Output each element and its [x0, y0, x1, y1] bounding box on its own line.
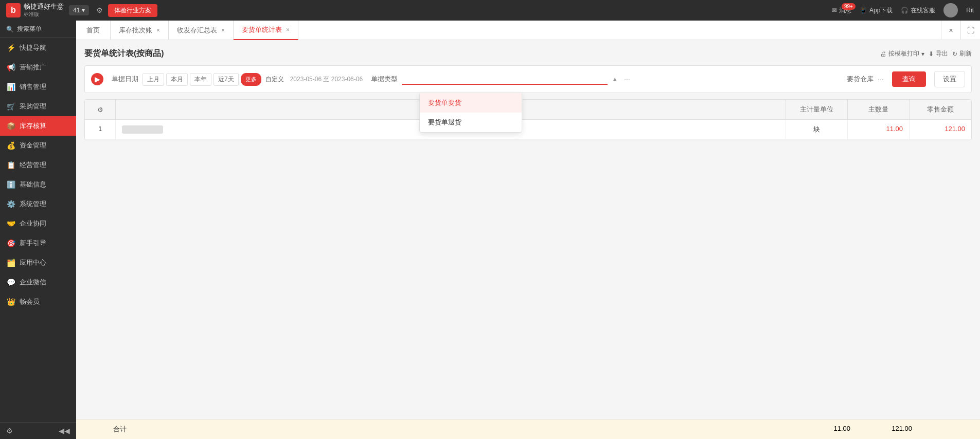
td-quantity: 11.00 — [848, 120, 910, 139]
company-label: 41 — [73, 7, 80, 14]
sidebar-item-label: 企业微信 — [20, 278, 46, 287]
sidebar-item-label: 快捷导航 — [20, 43, 46, 52]
date-filter-buttons: 上月 本月 本年 近7天 更多 — [142, 73, 261, 86]
type-filter-input[interactable] — [402, 74, 608, 85]
app-name-block: 畅捷通好生意 标准版 — [24, 3, 64, 18]
print-icon: 🖨 — [880, 50, 886, 58]
apps-icon: 🗂️ — [6, 258, 15, 267]
warehouse-filter-more-icon[interactable]: ··· — [878, 75, 884, 83]
sidebar-item-purchase[interactable]: 🛒 采购管理 — [0, 97, 76, 116]
sidebar-settings-icon[interactable]: ⚙ — [6, 427, 13, 435]
sidebar-item-basics[interactable]: ℹ️ 基础信息 — [0, 175, 76, 194]
sidebar-item-operations[interactable]: 📋 经营管理 — [0, 155, 76, 175]
last-month-btn[interactable]: 上月 — [142, 73, 164, 86]
type-filter-label: 单据类型 — [371, 75, 398, 84]
operations-icon: 📋 — [6, 160, 15, 170]
sidebar-item-sales[interactable]: 📊 销售管理 — [0, 77, 76, 97]
sidebar: 🔍 搜索菜单 ⚡ 快捷导航 📢 营销推广 📊 销售管理 🛒 采购管理 📦 — [0, 21, 76, 439]
table-empty-space — [84, 140, 972, 295]
tab-home[interactable]: 首页 — [76, 21, 111, 40]
settings-button[interactable]: 设置 — [934, 71, 965, 87]
app-download-button[interactable]: 📱 App下载 — [860, 6, 893, 15]
th-settings[interactable]: ⚙ — [85, 100, 116, 119]
topbar-gear-icon[interactable]: ⚙ — [96, 6, 103, 14]
online-service-button[interactable]: 🎧 在线客服 — [901, 6, 935, 15]
promo-button[interactable]: 体验行业方案 — [108, 4, 157, 17]
tab-close-icon[interactable]: × — [286, 26, 290, 33]
last-7-days-btn[interactable]: 近7天 — [213, 73, 239, 86]
summary-quantity: 11.00 — [795, 419, 857, 439]
tabbar-maximize[interactable]: ⛶ — [960, 21, 980, 40]
refresh-button[interactable]: ↻ 刷新 — [952, 49, 972, 58]
app-logo: b 畅捷通好生意 标准版 — [6, 3, 64, 18]
custom-date-btn[interactable]: 自定义 — [265, 75, 284, 84]
search-icon: 🔍 — [6, 26, 14, 33]
query-button[interactable]: 查询 — [892, 71, 926, 87]
quick-nav-icon: ⚡ — [6, 43, 15, 52]
message-icon: ✉ — [832, 7, 837, 14]
sidebar-item-label: 新手引导 — [20, 239, 46, 248]
sidebar-item-apps[interactable]: 🗂️ 应用中心 — [0, 253, 76, 272]
tab-close-icon[interactable]: × — [221, 27, 225, 34]
cooperation-icon: 🤝 — [6, 219, 15, 228]
sales-icon: 📊 — [6, 82, 15, 92]
sidebar-item-inventory[interactable]: 📦 库存核算 — [0, 116, 76, 136]
sidebar-item-wechat[interactable]: 💬 企业微信 — [0, 272, 76, 292]
guide-icon: 🎯 — [6, 239, 15, 248]
summary-amount: 121.00 — [857, 419, 918, 439]
company-dropdown[interactable]: 41 ▾ — [69, 5, 89, 15]
summary-empty — [76, 419, 107, 439]
sidebar-collapse-icon[interactable]: ◀◀ — [59, 427, 70, 435]
tab-inventory-batch[interactable]: 库存批次账 × — [111, 21, 169, 40]
summary-label: 合计 — [107, 419, 795, 439]
phone-icon: 📱 — [860, 7, 867, 14]
warehouse-filter-label: 要货仓库 — [847, 75, 874, 84]
print-arrow-icon: ▾ — [921, 50, 924, 58]
user-avatar[interactable] — [943, 3, 958, 17]
topbar: b 畅捷通好生意 标准版 41 ▾ ⚙ 体验行业方案 ✉ 消息 99+ 📱 Ap… — [0, 0, 980, 21]
td-no: 1 — [85, 120, 116, 139]
page-title: 要货单统计表(按商品) — [84, 48, 164, 59]
inventory-icon: 📦 — [6, 121, 15, 131]
this-year-btn[interactable]: 本年 — [190, 73, 211, 86]
sidebar-item-label: 营销推广 — [20, 63, 46, 72]
export-icon: ⬇ — [929, 50, 934, 58]
type-filter-more-icon[interactable]: ··· — [624, 75, 630, 83]
tab-receive-summary[interactable]: 收发存汇总表 × — [169, 21, 234, 40]
more-dates-btn[interactable]: 更多 — [241, 73, 261, 86]
messages-badge: 99+ — [842, 3, 856, 10]
print-button[interactable]: 🖨 按模板打印 ▾ — [880, 49, 924, 58]
sidebar-item-quick-nav[interactable]: ⚡ 快捷导航 — [0, 38, 76, 58]
sidebar-item-marketing[interactable]: 📢 营销推广 — [0, 58, 76, 77]
logo-icon: b — [6, 3, 21, 17]
tabbar-actions: × ⛶ — [941, 21, 980, 40]
export-button[interactable]: ⬇ 导出 — [929, 49, 948, 58]
td-amount: 121.00 — [910, 120, 971, 139]
sidebar-item-label: 系统管理 — [20, 199, 46, 209]
finance-icon: 💰 — [6, 141, 15, 150]
sidebar-search-label: 搜索菜单 — [17, 25, 42, 33]
filter-expand-button[interactable]: ▶ — [91, 73, 103, 85]
this-month-btn[interactable]: 本月 — [166, 73, 188, 86]
sidebar-item-guide[interactable]: 🎯 新手引导 — [0, 233, 76, 253]
sidebar-item-system[interactable]: ⚙️ 系统管理 — [0, 194, 76, 214]
basics-icon: ℹ️ — [6, 180, 15, 189]
tab-label: 要货单统计表 — [242, 25, 282, 34]
sidebar-item-member[interactable]: 👑 畅会员 — [0, 292, 76, 312]
tab-order-stats[interactable]: 要货单统计表 × — [234, 21, 298, 40]
sidebar-item-label: 库存核算 — [20, 121, 46, 131]
sidebar-item-cooperation[interactable]: 🤝 企业协同 — [0, 214, 76, 233]
dropdown-item-order-goods[interactable]: 要货单要货 — [420, 93, 522, 113]
dropdown-item-order-return[interactable]: 要货单退货 — [420, 113, 522, 132]
marketing-icon: 📢 — [6, 63, 15, 72]
table-row: 1 块 11.00 121.00 — [85, 120, 971, 140]
tab-close-icon[interactable]: × — [156, 27, 160, 34]
sidebar-search[interactable]: 🔍 搜索菜单 — [0, 21, 76, 38]
sidebar-item-finance[interactable]: 💰 资金管理 — [0, 136, 76, 155]
refresh-icon: ↻ — [952, 50, 957, 58]
messages-button[interactable]: ✉ 消息 99+ — [832, 6, 851, 15]
table-header: ⚙ 商品 主计量单位 主数量 零售金额 — [85, 100, 971, 120]
tabbar-close-all[interactable]: × — [941, 21, 960, 40]
sidebar-item-label: 畅会员 — [20, 297, 40, 306]
type-dropdown-arrow-icon[interactable]: ▲ — [612, 76, 618, 83]
